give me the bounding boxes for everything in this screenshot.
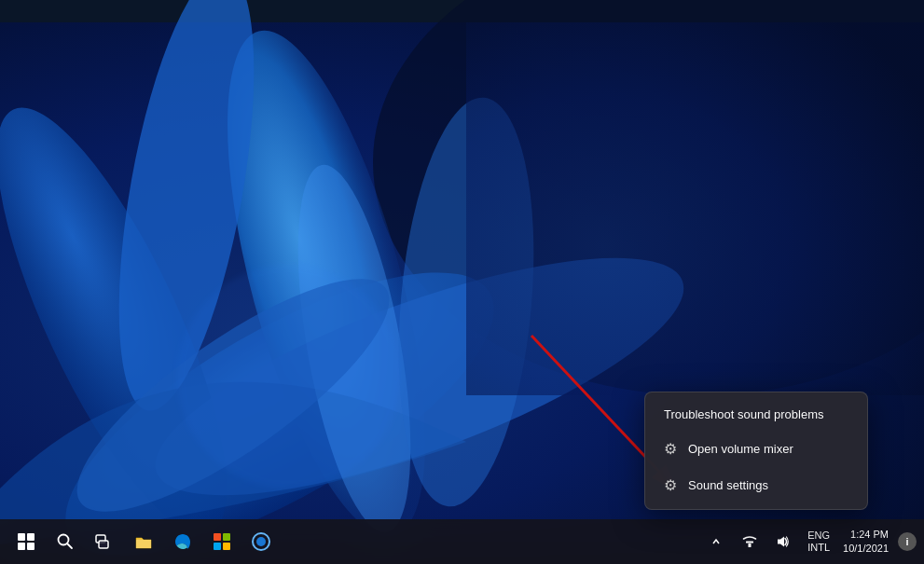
svg-line-19 [67, 543, 72, 548]
taskbar: ENG INTL 1:24 PM 10/1/2021 i [0, 519, 924, 564]
svg-rect-16 [18, 543, 25, 550]
gear-icon-sound: ⚙ [664, 476, 677, 494]
taskbar-right: ENG INTL 1:24 PM 10/1/2021 i [701, 526, 924, 558]
search-button[interactable] [47, 523, 84, 560]
context-menu-item-troubleshoot[interactable]: Troubleshoot sound problems [649, 398, 863, 431]
start-button[interactable] [7, 523, 45, 560]
svg-rect-17 [27, 543, 34, 550]
desktop: Troubleshoot sound problems ⚙ Open volum… [0, 0, 924, 564]
svg-rect-14 [18, 533, 25, 541]
gear-icon-volume: ⚙ [664, 440, 677, 458]
svg-rect-29 [746, 542, 753, 543]
taskbar-left [0, 523, 280, 560]
svg-point-10 [177, 265, 401, 488]
network-icon[interactable] [735, 527, 765, 557]
svg-point-27 [256, 537, 266, 546]
edge-browser-button[interactable] [164, 523, 201, 560]
svg-rect-24 [214, 543, 221, 550]
svg-rect-23 [223, 533, 230, 541]
file-explorer-button[interactable] [125, 523, 162, 560]
context-menu: Troubleshoot sound problems ⚙ Open volum… [644, 392, 868, 510]
sound-icon[interactable] [768, 527, 798, 557]
clock[interactable]: 1:24 PM 10/1/2021 [839, 526, 892, 558]
svg-rect-15 [27, 533, 34, 541]
cortana-button[interactable] [242, 523, 280, 560]
svg-rect-28 [749, 543, 752, 547]
svg-rect-11 [466, 22, 924, 395]
system-tray [701, 527, 798, 557]
svg-rect-21 [99, 541, 108, 548]
tray-expand-button[interactable] [701, 527, 731, 557]
language-indicator[interactable]: ENG INTL [804, 528, 834, 556]
notification-button[interactable]: i [898, 532, 917, 551]
context-menu-item-volume-mixer[interactable]: ⚙ Open volume mixer [649, 431, 863, 467]
task-view-button[interactable] [86, 523, 123, 560]
store-button[interactable] [203, 523, 241, 560]
svg-rect-22 [214, 533, 221, 541]
svg-rect-25 [223, 543, 230, 550]
context-menu-item-sound-settings[interactable]: ⚙ Sound settings [649, 467, 863, 503]
